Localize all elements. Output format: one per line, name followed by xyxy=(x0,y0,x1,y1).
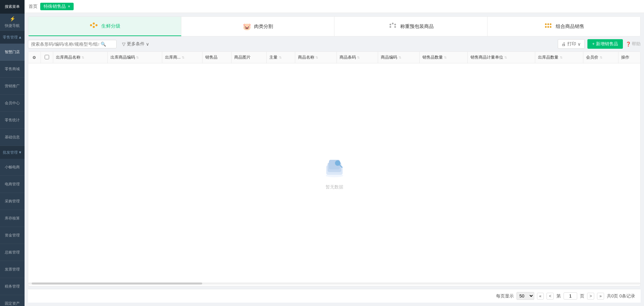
svg-point-9 xyxy=(545,24,547,25)
sidebar-item-invoice[interactable]: 发票管理 xyxy=(0,261,25,278)
page-size-label: 每页显示 xyxy=(496,293,514,299)
table-header-row: ⚙ 出库商品名称 ⇅ 出库商品编码 ⇅ 出库商... ⇅ xyxy=(28,52,640,63)
meat-cut-icon: 🐷 xyxy=(243,22,251,31)
page-number-input[interactable] xyxy=(564,292,577,300)
weigh-pack-icon xyxy=(388,22,398,31)
tab-close-button[interactable]: × xyxy=(68,4,70,9)
svg-point-12 xyxy=(545,26,547,28)
add-label: + 新增销售品 xyxy=(592,41,618,47)
svg-point-14 xyxy=(550,26,552,28)
sidebar-item-inventory[interactable]: 库存核算 xyxy=(0,210,25,227)
svg-point-7 xyxy=(390,26,391,28)
scrollbar-area[interactable] xyxy=(28,282,640,285)
th-item-name[interactable]: 商品名称 ⇅ xyxy=(295,52,336,63)
sidebar-item-quick-nav[interactable]: ⚡ 快捷导航 xyxy=(0,14,25,31)
sidebar-item-basic-info[interactable]: 基础信息 xyxy=(0,129,25,146)
sort-icon: ⇅ xyxy=(81,56,84,59)
tab-card-fresh-grade[interactable]: 生鲜分级 xyxy=(28,17,181,36)
empty-text: 暂无数据 xyxy=(326,184,343,190)
sidebar-item-marketing[interactable]: 营销推广 xyxy=(0,78,25,95)
th-out-spec[interactable]: 出库商... ⇅ xyxy=(162,52,203,63)
filter-icon: ▽ xyxy=(122,42,125,47)
toolbar: 🔍 ▽ 更多条件 ∨ 🖨 打印 ∨ + 新增销售品 ❓ xyxy=(28,39,641,49)
sidebar-item-member[interactable]: 会员中心 xyxy=(0,95,25,112)
th-checkbox[interactable] xyxy=(41,52,53,63)
toolbar-left: 🔍 ▽ 更多条件 ∨ xyxy=(28,40,152,48)
sidebar-item-retail-mall[interactable]: 零售商城 xyxy=(0,61,25,78)
sidebar-item-label: 小畅电商 xyxy=(5,165,20,170)
sidebar-item-retail-stats[interactable]: 零售统计 xyxy=(0,112,25,129)
svg-point-6 xyxy=(394,24,396,26)
th-out-name[interactable]: 出库商品名称 ⇅ xyxy=(53,52,107,63)
search-box: 🔍 xyxy=(28,40,117,48)
sidebar-logo-text: 搜索菜单 xyxy=(5,4,20,9)
sort-icon: ⇅ xyxy=(136,56,139,59)
th-out-qty[interactable]: 出库品数量 ⇅ xyxy=(535,52,583,63)
tab-card-weigh-pack[interactable]: 称重预包装商品 xyxy=(334,17,488,36)
svg-point-10 xyxy=(548,24,549,25)
sidebar-item-fixed-assets[interactable]: 固定资产 xyxy=(0,295,25,306)
sidebar-item-ecom-mgmt[interactable]: 电商管理 xyxy=(0,176,25,193)
chevron-down-icon: ∨ xyxy=(578,42,581,47)
pagination-bar: 每页显示 10 20 50 100 « < 第 页 > » 共0页 0条记录 xyxy=(28,289,641,303)
page-label: 页 xyxy=(580,293,584,299)
help-icon: ❓ xyxy=(626,42,631,47)
th-item-code[interactable]: 商品编码 ⇅ xyxy=(378,52,420,63)
help-button[interactable]: ❓ 帮助 xyxy=(626,41,641,47)
sidebar-item-label: 智慧门店 xyxy=(5,49,20,55)
sidebar-item-purchase[interactable]: 采购管理 xyxy=(0,193,25,210)
svg-point-13 xyxy=(548,26,549,28)
main-area: 首页 特殊销售品 × 生鲜分级 � xyxy=(25,0,644,306)
total-label: 共0页 0条记录 xyxy=(607,293,635,299)
th-main-weight[interactable]: 主量 ⇅ xyxy=(267,52,295,63)
combo-sale-icon xyxy=(543,22,553,31)
data-table: ⚙ 出库商品名称 ⇅ 出库商品编码 ⇅ 出库商... ⇅ xyxy=(28,52,640,63)
search-icon[interactable]: 🔍 xyxy=(101,42,106,47)
fresh-grade-icon xyxy=(89,21,99,31)
quick-nav-icon: ⚡ xyxy=(10,16,15,22)
sidebar-item-label: 电商管理 xyxy=(5,182,20,187)
th-member-price[interactable]: 会员价 ⇅ xyxy=(583,52,618,63)
sidebar-item-label: 零售商城 xyxy=(5,66,20,72)
th-out-code[interactable]: 出库商品编码 ⇅ xyxy=(107,52,162,63)
sidebar-item-label: 营销推广 xyxy=(5,83,20,89)
th-sales-unit[interactable]: 销售商品计量单位 ⇅ xyxy=(467,52,535,63)
print-label: 打印 xyxy=(567,41,576,47)
th-gear[interactable]: ⚙ xyxy=(28,52,41,63)
active-tab-tag[interactable]: 特殊销售品 × xyxy=(40,3,74,10)
sidebar-item-mini-ecom[interactable]: 小畅电商 xyxy=(0,159,25,176)
scrollbar-thumb[interactable] xyxy=(32,282,202,285)
sidebar-item-general-ledger[interactable]: 总账管理 xyxy=(0,244,25,261)
th-item-image[interactable]: 商品图片 xyxy=(231,52,267,63)
search-input[interactable] xyxy=(31,42,99,47)
tab-card-meat-cut[interactable]: 🐷 肉类分割 xyxy=(181,17,334,36)
page-size-select[interactable]: 10 20 50 100 xyxy=(516,292,534,300)
tab-card-combo-sale[interactable]: 组合商品销售 xyxy=(488,17,640,36)
tab-card-label: 组合商品销售 xyxy=(556,24,584,30)
svg-point-5 xyxy=(392,23,394,25)
sidebar-item-tax[interactable]: 税务管理 xyxy=(0,278,25,295)
first-page-button[interactable]: « xyxy=(537,293,544,300)
next-page-button[interactable]: > xyxy=(587,293,594,300)
sidebar-section-batch[interactable]: 批发管理 ▼ xyxy=(0,146,25,159)
sidebar: 搜索菜单 ⚡ 快捷导航 零售管理 ▲ 智慧门店 零售商城 营销推广 会员中心 零… xyxy=(0,0,25,306)
prev-page-button[interactable]: < xyxy=(546,293,554,300)
last-page-button[interactable]: » xyxy=(597,293,604,300)
th-item-barcode[interactable]: 商品条码 ⇅ xyxy=(336,52,378,63)
select-all-checkbox[interactable] xyxy=(45,55,49,59)
svg-point-0 xyxy=(90,24,92,26)
add-product-button[interactable]: + 新增销售品 xyxy=(587,39,623,49)
th-sales-qty[interactable]: 销售品数量 ⇅ xyxy=(420,52,468,63)
sidebar-logo[interactable]: 搜索菜单 xyxy=(0,0,25,14)
help-label: 帮助 xyxy=(632,41,641,47)
print-button[interactable]: 🖨 打印 ∨ xyxy=(558,39,585,49)
filter-button[interactable]: ▽ 更多条件 ∨ xyxy=(119,40,152,48)
sort-icon: ⇅ xyxy=(600,56,602,59)
print-icon: 🖨 xyxy=(561,42,566,47)
sidebar-section-retail[interactable]: 零售管理 ▲ xyxy=(0,31,25,44)
sidebar-item-finance[interactable]: 资金管理 xyxy=(0,227,25,244)
th-sales-item[interactable]: 销售品 xyxy=(203,52,231,63)
sidebar-item-label: 基础信息 xyxy=(5,135,20,140)
sidebar-item-smart-store[interactable]: 智慧门店 xyxy=(0,44,25,61)
sidebar-item-label: 会员中心 xyxy=(5,101,20,106)
